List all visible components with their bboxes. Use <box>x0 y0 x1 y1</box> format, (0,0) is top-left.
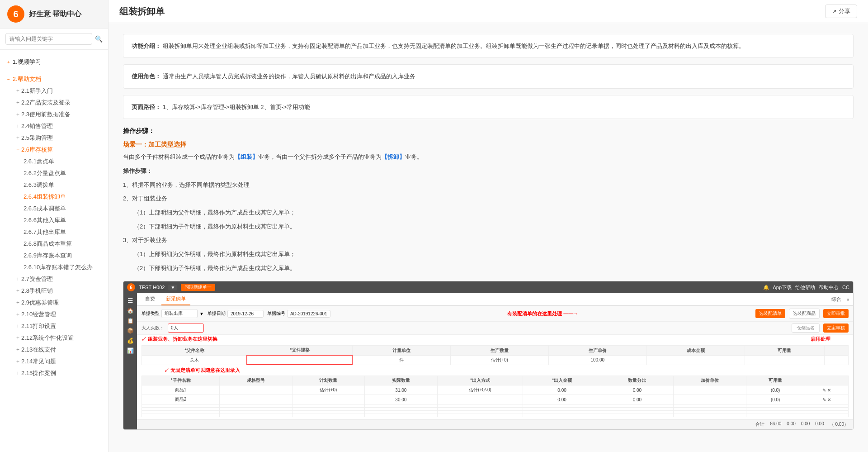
content-area: 功能介绍： 组装拆卸单用来处理企业组装或拆卸等加工业务，支持有固定装配清单的产品… <box>108 23 868 452</box>
search-icon[interactable]: 🔍 <box>95 35 103 43</box>
sidebar-item-2-6-2[interactable]: 2.6.2分量盘点单 <box>24 167 101 179</box>
screenshot-container: 6 TEST-H002 ▼ 同期新建单一 🔔 App下载 给他帮助 帮助中心 C… <box>123 281 854 430</box>
mock-app: 6 TEST-H002 ▼ 同期新建单一 🔔 App下载 给他帮助 帮助中心 C… <box>123 281 853 429</box>
mock-toolbar-row1: 单据类型 组装出库 ▼ 单据日期 2019-12-26 单据编号 <box>137 306 853 322</box>
logo-bar: 6 好生意 帮助中心 <box>0 0 108 29</box>
scene1-title: 场景一：加工类型选择 <box>123 141 854 149</box>
search-input[interactable] <box>5 33 92 45</box>
sidebar-item-2[interactable]: 2.帮助文档 <box>7 73 101 85</box>
sidebar-item-1-label: 1.视频学习 <box>13 58 41 66</box>
mock-warehouse-input[interactable]: 仓储品名 <box>792 324 820 333</box>
table-row <box>142 404 849 408</box>
mock-toolbar-row2: 大人头数： 0人 仓储品名 立案审核 <box>137 322 853 335</box>
sidebar-item-2-5[interactable]: + 2.5采购管理 <box>16 132 101 144</box>
sidebar-item-2-6[interactable]: − 2.6库存核算 <box>16 144 101 156</box>
mock-btn-confirm[interactable]: 立案审核 <box>823 324 849 333</box>
mock-main: ☰ 🏠 📋 📦 💰 📊 自费 新采购单 <box>123 293 853 429</box>
logo-text: 好生意 帮助中心 <box>29 10 81 19</box>
table-row: 商品1 估计(+0) 31.00 估计(+0/-0) 0.00 0.00 <box>142 385 849 395</box>
table-row <box>142 414 849 417</box>
sidebar-item-2-6-5[interactable]: 2.6.5成本调整单 <box>24 203 101 214</box>
sidebar-item-2-3[interactable]: + 2.3使用前数据准备 <box>16 109 101 120</box>
annotation-enable: 启用处理 <box>811 336 830 343</box>
main-area: 组装拆卸单 ↗ 分享 功能介绍： 组装拆卸单用来处理企业组装或拆卸等加工业务，支… <box>108 0 868 452</box>
table-row: 关木 件 估计(+0) 100.00 <box>142 355 849 365</box>
step3-sub: （1）上部明细为父件明细，最终作为原材料生成其它出库单； （2）下部明细为子件明… <box>123 249 854 274</box>
sidebar-item-2-7[interactable]: +2.7资金管理 <box>16 273 101 285</box>
share-icon: ↗ <box>832 8 837 15</box>
mock-sidebar-icons: ☰ 🏠 📋 📦 💰 📊 <box>123 293 137 429</box>
annotation3-row: ↙ 无固定清单可以随意在这里录入 <box>137 366 853 375</box>
annotation-switch: ↙ 组装业务、拆卸业务在这里切换 <box>142 336 217 343</box>
table-row <box>142 408 849 411</box>
info-box-intro: 功能介绍： 组装拆卸单用来处理企业组装或拆卸等加工业务，支持有固定装配清单的产品… <box>123 34 854 58</box>
annotation-free-input: ↙ 无固定清单可以随意在这里录入 <box>164 367 240 373</box>
sidebar-item-2-9[interactable]: +2.9优惠券管理 <box>16 297 101 309</box>
step1: 1、根据不同的业务，选择不同单据的类型来处理 <box>123 180 854 191</box>
nav-sub-docs: + 2.1新手入门 + 2.2产品安装及登录 + 2.3使用前数据准备 + 2.… <box>7 85 101 379</box>
sidebar-item-2-label: 2.帮助文档 <box>13 75 41 83</box>
steps-title: 操作步骤： <box>123 166 854 177</box>
mock-top-bar: 6 TEST-H002 ▼ 同期新建单一 🔔 App下载 给他帮助 帮助中心 C… <box>123 281 853 293</box>
expand-icon-2 <box>7 77 10 82</box>
annotation-row: ↙ 组装业务、拆卸业务在这里切换 启用处理 <box>137 335 853 343</box>
sidebar-item-2-6-6[interactable]: 2.6.6其他入库单 <box>24 214 101 226</box>
mock-table2-container: *子件名称 规格型号 计划数量 实际数量 *出入方式 *出入金额 数量分比 加价… <box>137 375 853 419</box>
sidebar-item-2-6-9[interactable]: 2.6.9库存账本查询 <box>24 250 101 262</box>
nav-sub-sub: 2.6.1盘点单 2.6.2分量盘点单 2.6.3调拨单 2.6.4组装拆卸单 … <box>16 156 101 273</box>
nav-tree: 1.视频学习 2.帮助文档 + 2.1新手入门 + 2.2产品安装及登录 + <box>0 50 108 452</box>
logo-icon: 6 <box>7 5 24 23</box>
mock-logo: 6 <box>127 283 135 291</box>
sidebar-item-2-6-3[interactable]: 2.6.3调拨单 <box>24 179 101 191</box>
sidebar: 6 好生意 帮助中心 🔍 1.视频学习 2.帮助文档 + 2.1新手入门 <box>0 0 108 452</box>
sidebar-item-2-6-4[interactable]: 2.6.4组装拆卸单 <box>24 191 101 203</box>
sidebar-item-2-6-7[interactable]: 2.6.7其他出库单 <box>24 226 101 238</box>
operations-title: 操作步骤： <box>123 127 854 135</box>
mock-tab-new[interactable]: 新采购单 <box>161 293 190 305</box>
mock-btn-select-bom[interactable]: 选装配清单 <box>755 309 785 318</box>
mock-tab-home[interactable]: 自费 <box>141 293 160 305</box>
share-button[interactable]: ↗ 分享 <box>825 5 857 18</box>
nav-section-docs: 2.帮助文档 + 2.1新手入门 + 2.2产品安装及登录 + 2.3使用前数据… <box>0 71 108 382</box>
sidebar-item-2-11[interactable]: +2.11打印设置 <box>16 320 101 332</box>
annotation-clearance: 有装配清单的在这里处理 <box>507 311 562 316</box>
mock-btn-approve[interactable]: 立即审批 <box>823 309 849 318</box>
table-row <box>142 411 849 414</box>
scene1-intro: 当由多个子件材料组装成一个成品的业务为【组装】业务，当由一个父件拆分成多个子产品… <box>123 152 854 163</box>
sidebar-item-2-2[interactable]: + 2.2产品安装及登录 <box>16 97 101 109</box>
sidebar-item-2-12[interactable]: +2.12系统个性化设置 <box>16 332 101 344</box>
mock-btn-select-goods[interactable]: 选装配商品 <box>789 309 820 319</box>
step3: 3、对于拆装业务 <box>123 235 854 246</box>
sidebar-item-2-6-10[interactable]: 2.6.10库存账本错了怎么办 <box>24 262 101 273</box>
step2: 2、对于组装业务 <box>123 193 854 205</box>
sidebar-item-2-6-8[interactable]: 2.6.8商品成本重算 <box>24 238 101 250</box>
screenshot-inner: 6 TEST-H002 ▼ 同期新建单一 🔔 App下载 给他帮助 帮助中心 C… <box>123 281 853 429</box>
search-bar: 🔍 <box>0 29 108 50</box>
table-row: 商品2 30.00 0.00 0.00 <box>142 395 849 404</box>
sidebar-item-2-15[interactable]: +2.15操作案例 <box>16 367 101 379</box>
expand-icon-1 <box>7 60 10 65</box>
nav-section-video: 1.视频学习 <box>0 53 108 71</box>
info-box-path: 页面路径： 1、库存核算->库存管理->组装拆卸单 2、首页->常用功能 <box>123 95 854 119</box>
sidebar-item-2-4[interactable]: + 2.4销售管理 <box>16 120 101 132</box>
sidebar-item-2-14[interactable]: +2.14常见问题 <box>16 356 101 367</box>
sidebar-item-2-6-1[interactable]: 2.6.1盘点单 <box>24 156 101 167</box>
mock-content-area: 自费 新采购单 综合 × 单据类型 组装出库 <box>137 293 853 429</box>
mock-footer: 合计 86.00 0.00 0.00 0.00 （ 0.00） <box>137 419 853 429</box>
mock-table1-container: *父件名称 *父件规格 计量单位 生产数量 生产单价 成本金额 可用量 <box>137 343 853 366</box>
info-box-role: 使用角色： 通常由生产人员或库管人员完成拆装业务的操作，库管人员确认原材料的出库… <box>123 64 854 88</box>
mock-table1: *父件名称 *父件规格 计量单位 生产数量 生产单价 成本金额 可用量 <box>142 345 849 365</box>
mock-table2: *子件名称 规格型号 计划数量 实际数量 *出入方式 *出入金额 数量分比 加价… <box>142 376 849 417</box>
sidebar-item-2-1[interactable]: + 2.1新手入门 <box>16 85 101 97</box>
page-title: 组装拆卸单 <box>119 5 165 18</box>
mock-tab-bar: 自费 新采购单 综合 × <box>137 293 853 306</box>
sidebar-item-1[interactable]: 1.视频学习 <box>7 56 101 68</box>
sidebar-item-2-13[interactable]: +2.13在线支付 <box>16 344 101 356</box>
top-bar: 组装拆卸单 ↗ 分享 <box>108 0 868 23</box>
sidebar-item-2-10[interactable]: +2.10经营管理 <box>16 309 101 320</box>
sidebar-item-2-8[interactable]: +2.8手机旺铺 <box>16 285 101 297</box>
step2-sub: （1）上部明细为父件明细，最终作为产成品生成其它入库单； （2）下部明细为子件明… <box>123 207 854 232</box>
